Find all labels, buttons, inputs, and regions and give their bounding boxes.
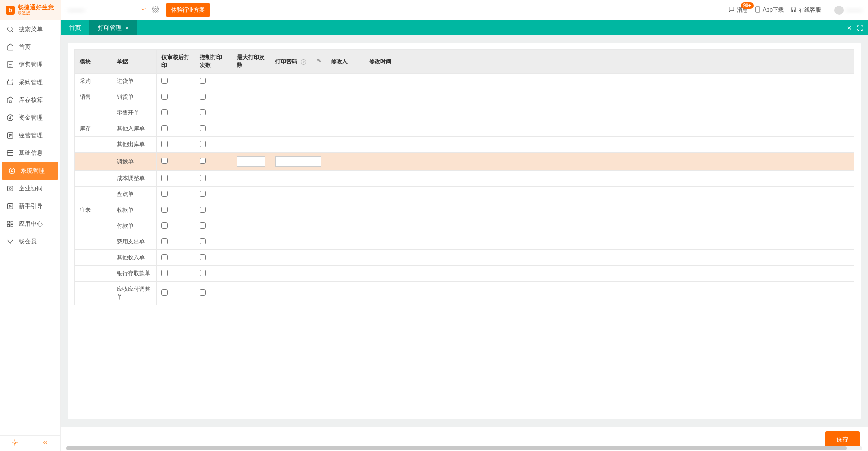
tenant-name[interactable]: ———: [68, 7, 85, 13]
cell-max-count: [232, 121, 270, 137]
settings-icon[interactable]: [12, 439, 18, 447]
checkbox-audit[interactable]: [161, 158, 168, 164]
checkbox-control[interactable]: [200, 158, 206, 164]
sidebar-item-8[interactable]: 系统管理: [2, 162, 58, 180]
cell-password: [270, 202, 326, 218]
checkbox-control[interactable]: [200, 141, 206, 147]
cell-control-count: [195, 171, 232, 187]
checkbox-audit[interactable]: [161, 78, 168, 84]
checkbox-control[interactable]: [200, 270, 206, 276]
cell-bill: 成本调整单: [112, 171, 157, 187]
cell-max-count: [232, 250, 270, 266]
search-icon: [7, 26, 14, 33]
tab-1[interactable]: 打印管理✕: [89, 20, 137, 35]
gear-icon[interactable]: [152, 6, 159, 14]
cell-operator: [326, 250, 364, 266]
service-button[interactable]: 在线客服: [790, 6, 821, 14]
try-industry-button[interactable]: 体验行业方案: [166, 3, 210, 17]
cell-bill: 其他出库单: [112, 137, 157, 153]
cell-password: [270, 105, 326, 121]
checkbox-control[interactable]: [200, 222, 206, 229]
cell-audit-only: [157, 234, 195, 250]
checkbox-audit[interactable]: [161, 222, 168, 229]
cell-audit-only: [157, 187, 195, 202]
table-row: 付款单: [75, 218, 854, 234]
sidebar-item-3[interactable]: 采购管理: [0, 74, 60, 91]
max-count-input[interactable]: [237, 156, 265, 167]
checkbox-control[interactable]: [200, 125, 206, 131]
download-label: App下载: [763, 6, 784, 14]
checkbox-audit[interactable]: [161, 94, 168, 100]
sidebar-item-5[interactable]: 资金管理: [0, 109, 60, 127]
close-all-icon[interactable]: ✕: [847, 24, 852, 32]
sidebar-item-2[interactable]: 销售管理: [0, 56, 60, 74]
sidebar-item-4[interactable]: 库存核算: [0, 91, 60, 109]
password-input[interactable]: [275, 156, 321, 167]
close-icon[interactable]: ✕: [125, 25, 129, 31]
sidebar-item-6[interactable]: 经营管理: [0, 127, 60, 144]
checkbox-control[interactable]: [200, 109, 206, 115]
checkbox-control[interactable]: [200, 175, 206, 181]
checkbox-control[interactable]: [200, 238, 206, 244]
cell-control-count: [195, 250, 232, 266]
cell-control-count: [195, 74, 232, 89]
download-button[interactable]: App下载: [754, 6, 784, 14]
user-menu[interactable]: ———: [834, 6, 862, 15]
checkbox-control[interactable]: [200, 207, 206, 213]
messages-button[interactable]: 消息 99+: [728, 6, 748, 14]
svg-point-15: [9, 168, 15, 174]
help-icon[interactable]: ?: [301, 59, 306, 65]
scrollbar[interactable]: [66, 446, 862, 450]
sidebar-item-9[interactable]: 企业协同: [0, 180, 60, 197]
chat-icon: [728, 6, 735, 14]
checkbox-control[interactable]: [200, 191, 206, 197]
checkbox-audit[interactable]: [161, 125, 168, 131]
edit-icon[interactable]: ✎: [317, 58, 321, 64]
sidebar-item-1[interactable]: 首页: [0, 38, 60, 56]
checkbox-audit[interactable]: [161, 175, 168, 181]
cell-max-count[interactable]: [232, 153, 270, 171]
checkbox-audit[interactable]: [161, 109, 168, 115]
checkbox-audit[interactable]: [161, 270, 168, 276]
cell-time: [364, 234, 854, 250]
cell-bill: 收款单: [112, 202, 157, 218]
main: 首页打印管理✕ ✕ ⛶: [61, 20, 868, 451]
sidebar-item-7[interactable]: 基础信息: [0, 144, 60, 162]
checkbox-audit[interactable]: [161, 254, 168, 260]
checkbox-control[interactable]: [200, 78, 206, 84]
checkbox-control[interactable]: [200, 94, 206, 100]
checkbox-audit[interactable]: [161, 191, 168, 197]
fullscreen-icon[interactable]: ⛶: [857, 24, 863, 32]
checkbox-audit[interactable]: [161, 207, 168, 213]
cell-password[interactable]: [270, 153, 326, 171]
chevron-down-icon[interactable]: ﹀: [141, 6, 146, 14]
sidebar: 搜索菜单首页销售管理采购管理库存核算资金管理经营管理基础信息系统管理企业协同新手…: [0, 20, 61, 451]
avatar-icon: [834, 6, 844, 15]
save-button[interactable]: 保存: [825, 431, 860, 447]
sidebar-item-11[interactable]: 应用中心: [0, 215, 60, 233]
stock-icon: [7, 96, 14, 104]
checkbox-audit[interactable]: [161, 238, 168, 244]
sidebar-item-10[interactable]: 新手引导: [0, 197, 60, 215]
th-audit: 仅审核后打印: [157, 50, 195, 74]
cell-password: [270, 121, 326, 137]
cell-control-count: [195, 218, 232, 234]
cell-bill: 应收应付调整单: [112, 282, 157, 305]
cell-control-count: [195, 89, 232, 105]
user-name: ———: [846, 7, 862, 13]
th-password: 打印密码 ? ✎: [270, 50, 326, 74]
checkbox-control[interactable]: [200, 254, 206, 260]
svg-rect-19: [7, 221, 10, 223]
cell-operator: [326, 187, 364, 202]
checkbox-audit[interactable]: [161, 289, 168, 296]
cell-password: [270, 187, 326, 202]
sidebar-item-0[interactable]: 搜索菜单: [0, 20, 60, 38]
tabs: 首页打印管理✕ ✕ ⛶: [61, 20, 868, 35]
collapse-icon[interactable]: [42, 439, 48, 447]
tab-0[interactable]: 首页: [61, 20, 89, 35]
sidebar-item-12[interactable]: 畅会员: [0, 233, 60, 250]
cell-max-count: [232, 89, 270, 105]
checkbox-control[interactable]: [200, 289, 206, 296]
checkbox-audit[interactable]: [161, 141, 168, 147]
sidebar-footer: [0, 435, 60, 451]
